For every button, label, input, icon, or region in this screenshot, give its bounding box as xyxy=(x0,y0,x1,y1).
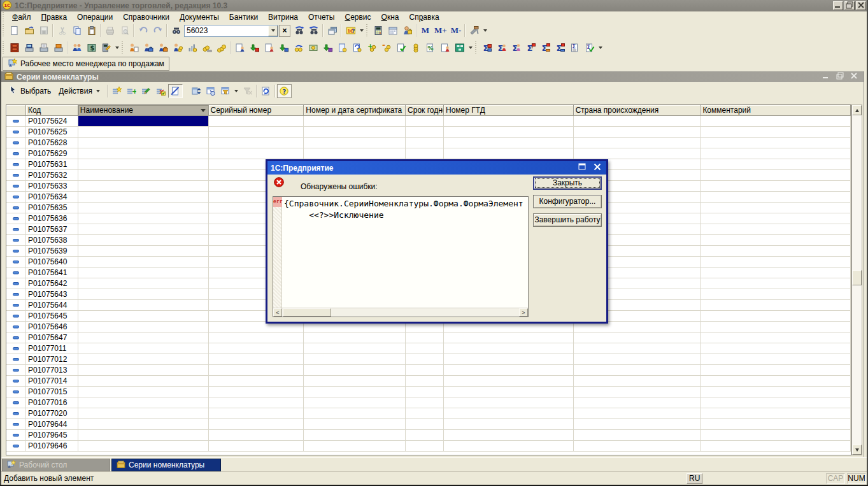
empty-cell[interactable] xyxy=(209,376,304,387)
toolbar-grip[interactable] xyxy=(474,41,478,54)
item-marker-icon[interactable] xyxy=(6,148,26,159)
save-icon[interactable] xyxy=(36,24,51,38)
empty-cell[interactable] xyxy=(78,224,209,235)
coins-exchange-icon[interactable] xyxy=(291,41,306,55)
print-icon[interactable] xyxy=(103,24,117,38)
empty-cell[interactable] xyxy=(78,397,209,408)
empty-cell[interactable] xyxy=(78,116,209,127)
item-marker-icon[interactable] xyxy=(6,322,26,332)
money-doc-icon[interactable] xyxy=(306,41,320,55)
configurator-button[interactable]: Конфигуратор... xyxy=(533,195,602,208)
item-marker-icon[interactable] xyxy=(6,159,26,170)
empty-cell[interactable] xyxy=(701,289,851,300)
toolbar-grip[interactable] xyxy=(2,41,5,54)
report-sigma3-icon[interactable]: Σ xyxy=(509,41,523,55)
chevron-down-icon[interactable] xyxy=(481,24,488,38)
empty-cell[interactable] xyxy=(444,127,574,138)
customer-invoice-icon[interactable] xyxy=(126,41,141,55)
code-cell[interactable]: P01077012 xyxy=(26,354,78,365)
doc-approved-icon[interactable] xyxy=(394,41,408,55)
empty-cell[interactable] xyxy=(78,430,209,441)
empty-cell[interactable] xyxy=(574,441,701,452)
column-header-5[interactable]: Срок годнос... xyxy=(406,105,444,116)
user-lock-icon[interactable] xyxy=(400,24,415,38)
empty-cell[interactable] xyxy=(444,332,574,343)
menu-item-10[interactable]: Окна xyxy=(376,12,404,22)
code-cell[interactable]: P01077020 xyxy=(26,408,78,419)
empty-cell[interactable] xyxy=(444,441,574,452)
empty-cell[interactable] xyxy=(701,376,851,387)
receipt-red-icon[interactable] xyxy=(247,41,262,55)
actions-menu-button[interactable]: Действия xyxy=(55,84,106,97)
empty-cell[interactable] xyxy=(701,322,851,332)
empty-cell[interactable] xyxy=(78,246,209,257)
empty-cell[interactable] xyxy=(78,127,209,138)
column-header-3[interactable]: Серийный номер xyxy=(209,105,304,116)
help-icon[interactable]: ? xyxy=(277,84,292,98)
item-marker-icon[interactable] xyxy=(6,181,26,192)
code-cell[interactable]: P01075635 xyxy=(26,203,78,213)
column-header-marker[interactable] xyxy=(6,105,26,116)
add-item-icon[interactable] xyxy=(110,84,124,98)
empty-cell[interactable] xyxy=(78,300,209,311)
add-group-icon[interactable]: + xyxy=(124,84,139,98)
code-cell[interactable]: P01075624 xyxy=(26,116,78,127)
empty-cell[interactable] xyxy=(209,332,304,343)
empty-cell[interactable] xyxy=(78,138,209,148)
item-marker-icon[interactable] xyxy=(6,300,26,311)
code-cell[interactable]: P01075647 xyxy=(26,332,78,343)
empty-cell[interactable] xyxy=(701,148,851,159)
empty-cell[interactable] xyxy=(701,300,851,311)
customer-coins-icon[interactable] xyxy=(170,41,185,55)
empty-cell[interactable] xyxy=(444,376,574,387)
code-cell[interactable]: P01075636 xyxy=(26,213,78,224)
new-document-icon[interactable] xyxy=(7,24,22,38)
empty-cell[interactable] xyxy=(701,213,851,224)
empty-cell[interactable] xyxy=(78,235,209,246)
code-cell[interactable]: P01079644 xyxy=(26,419,78,430)
empty-cell[interactable] xyxy=(574,430,701,441)
code-cell[interactable]: P01075646 xyxy=(26,322,78,332)
empty-cell[interactable] xyxy=(78,311,209,322)
chevron-down-icon[interactable] xyxy=(358,24,365,38)
empty-cell[interactable] xyxy=(78,268,209,278)
doc-person-red-icon[interactable] xyxy=(438,41,452,55)
sales-coins-icon[interactable] xyxy=(185,41,199,55)
report-sigma2-icon[interactable]: Σ xyxy=(494,41,509,55)
menu-item-3[interactable]: Операции xyxy=(72,12,118,22)
item-marker-icon[interactable] xyxy=(6,116,26,127)
code-cell[interactable]: P01077015 xyxy=(26,387,78,397)
doc-percent-icon[interactable]: % xyxy=(423,41,438,55)
menu-item-11[interactable]: Справка xyxy=(404,12,444,22)
scroll-left-button[interactable]: < xyxy=(273,308,282,317)
empty-cell[interactable] xyxy=(701,430,851,441)
empty-cell[interactable] xyxy=(78,181,209,192)
menu-item-5[interactable]: Документы xyxy=(174,12,224,22)
print-preview-icon[interactable] xyxy=(117,24,132,38)
search-dropdown-button[interactable] xyxy=(268,25,278,36)
empty-cell[interactable] xyxy=(78,441,209,452)
filter-off-icon[interactable]: × xyxy=(240,84,255,98)
code-cell[interactable]: P01077016 xyxy=(26,397,78,408)
window-tab-2[interactable]: Серии номенклатуры xyxy=(111,459,221,471)
empty-cell[interactable] xyxy=(701,235,851,246)
empty-cell[interactable] xyxy=(78,289,209,300)
report-list-icon[interactable]: Σ xyxy=(567,41,582,55)
redo-icon[interactable] xyxy=(150,24,165,38)
doc-customer-icon[interactable] xyxy=(232,41,247,55)
cash-machine-icon[interactable] xyxy=(22,41,36,55)
empty-cell[interactable] xyxy=(304,332,406,343)
menu-item-7[interactable]: Витрина xyxy=(263,12,303,22)
empty-cell[interactable] xyxy=(701,343,851,354)
empty-cell[interactable] xyxy=(406,148,444,159)
delete-item-icon[interactable]: × xyxy=(153,84,168,98)
empty-cell[interactable] xyxy=(78,343,209,354)
item-marker-icon[interactable] xyxy=(6,311,26,322)
column-header-1[interactable]: Код xyxy=(26,105,78,116)
empty-cell[interactable] xyxy=(78,419,209,430)
empty-cell[interactable] xyxy=(78,148,209,159)
empty-cell[interactable] xyxy=(406,408,444,419)
filter-menu-icon[interactable] xyxy=(218,84,233,98)
scroll-right-button[interactable]: > xyxy=(519,308,528,317)
empty-cell[interactable] xyxy=(574,365,701,376)
